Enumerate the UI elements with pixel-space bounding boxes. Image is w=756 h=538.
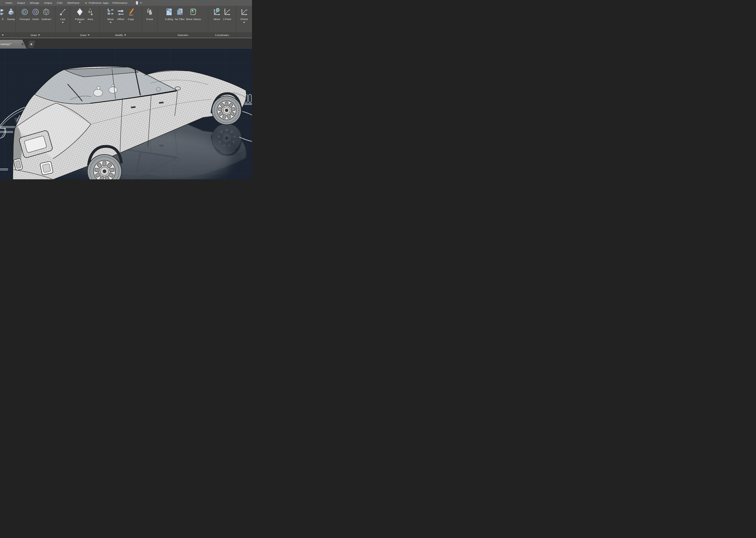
- menu-item-performance[interactable]: Performance: [110, 1, 130, 4]
- panel-label-draw-1[interactable]: Draw: [16, 32, 55, 38]
- polygon-button[interactable]: Polygon: [75, 8, 84, 23]
- panel-label-text: Coordinates: [215, 34, 229, 36]
- ucs-move-button-label: Move: [214, 18, 220, 21]
- panel-label-modify[interactable]: Modify: [100, 32, 142, 38]
- chevron-down-icon: [87, 34, 90, 36]
- ribbon-panel-coordinates: Move 3 Point Coordinates: [208, 6, 236, 38]
- union-button-label: Union: [32, 18, 39, 21]
- ribbon-panel-draw-shapes: Polygon Area Draw: [71, 6, 100, 38]
- offset-button[interactable]: Offset: [117, 8, 125, 21]
- chevron-down-icon[interactable]: [79, 22, 81, 23]
- move-gizmo-button-label: Move Glamo: [186, 18, 201, 21]
- model-viewport[interactable]: [0, 48, 252, 179]
- ribbon-panel-2point: 2Point: [236, 6, 252, 38]
- presspull-button-label: Presspul: [20, 18, 30, 21]
- ribbon-panel-line: Line: [56, 6, 71, 38]
- presspull-icon: [21, 8, 29, 16]
- panel-label-selection[interactable]: Selection: [158, 32, 208, 38]
- area-button[interactable]: Area: [86, 8, 95, 21]
- menu-bar: Insert Output M/inage Output CSD Wirefra…: [0, 0, 252, 6]
- loft-button[interactable]: ft: [0, 8, 5, 21]
- culling-button[interactable]: Culling: [165, 8, 173, 21]
- offset-button-label: Offset: [117, 18, 124, 21]
- taillight-right: [40, 161, 53, 175]
- wireframe-car-model: [0, 49, 252, 179]
- move-gizmo-button[interactable]: Move Glamo: [186, 8, 201, 21]
- menu-item-proference-apps[interactable]: Proference: Apps: [82, 1, 110, 4]
- tab-drawing1[interactable]: rawing1*: [0, 40, 26, 49]
- move-button[interactable]: Move: [106, 8, 115, 23]
- ucs-2point-button[interactable]: 2Point: [240, 8, 249, 23]
- ribbon-panel-draw-booleans: Presspul Union Subtrac: [16, 6, 56, 38]
- move-gizmo-icon: [189, 8, 197, 16]
- ucs-3point-button-label: 3 Point: [223, 18, 231, 21]
- loft-icon: [0, 8, 5, 16]
- line-button[interactable]: Line: [59, 8, 67, 23]
- menu-item-output[interactable]: Output: [15, 1, 27, 4]
- subtract-button-label: Subtract: [41, 18, 51, 21]
- move-button-label: Move: [107, 18, 114, 21]
- erase-icon: [146, 8, 154, 16]
- loft-button-label: ft: [2, 18, 3, 21]
- ucs-2point-icon: [240, 8, 248, 16]
- chevron-down-icon: [140, 2, 142, 4]
- subtract-button[interactable]: Subtract: [41, 8, 51, 21]
- culling-icon: [165, 8, 173, 16]
- ribbon-panel-modeling: ft Sweep: [0, 6, 16, 38]
- panel-label-text: Draw: [80, 34, 86, 36]
- panel-label-line: [56, 32, 70, 38]
- new-tab-button[interactable]: +: [28, 41, 35, 48]
- cad-application-window: Insert Output M/inage Output CSD Wirefra…: [0, 0, 252, 179]
- copy-button[interactable]: Copy: [126, 8, 135, 21]
- ribbon-panel-erase: Erase: [142, 6, 158, 38]
- plus-icon: +: [30, 42, 32, 47]
- panel-label-text: Draw: [31, 34, 37, 36]
- file-tab-bar: rawing1* +: [0, 38, 252, 49]
- chevron-down-icon[interactable]: [243, 22, 245, 23]
- menu-item-csd[interactable]: CSD: [54, 1, 65, 4]
- chevron-down-icon[interactable]: [110, 22, 112, 23]
- chevron-down-icon[interactable]: [62, 22, 64, 23]
- panel-label-draw-2[interactable]: Draw: [71, 32, 99, 38]
- front-wheel: [212, 96, 241, 125]
- panel-label-modeling[interactable]: [0, 32, 15, 38]
- union-icon: [31, 8, 39, 16]
- menu-item-minage[interactable]: M/inage: [27, 1, 42, 4]
- menu-item-proference-apps-label: Proference: Apps: [89, 1, 109, 4]
- line-icon: [59, 8, 67, 16]
- share-cloud-button[interactable]: [135, 1, 142, 5]
- no-filter-icon: [176, 8, 184, 16]
- erase-button[interactable]: Erase: [145, 8, 154, 21]
- menu-item-output-2[interactable]: Output: [42, 1, 54, 4]
- chevron-down-icon: [38, 34, 40, 36]
- ucs-move-button[interactable]: Move: [213, 8, 221, 21]
- copy-icon: [127, 8, 135, 16]
- menu-item-wireframe[interactable]: Wireframe: [65, 1, 82, 4]
- copy-button-label: Copy: [128, 18, 134, 21]
- sweep-button[interactable]: Sweep: [7, 8, 16, 21]
- no-filter-button[interactable]: No Tilter: [175, 8, 185, 21]
- panel-label-coordinates[interactable]: Coordinates: [208, 32, 236, 38]
- union-button[interactable]: Union: [31, 8, 40, 21]
- sweep-icon: [7, 8, 15, 16]
- sweep-button-label: Sweep: [7, 18, 15, 21]
- ucs-move-icon: [213, 8, 221, 16]
- area-button-label: Area: [87, 18, 93, 21]
- culling-button-label: Culling: [165, 18, 173, 21]
- ucs-3point-icon: [223, 8, 231, 16]
- ribbon-panel-selection: Culling No Tilter: [158, 6, 208, 38]
- line-button-label: Line: [60, 18, 65, 21]
- tab-drawing1-label: rawing1*: [0, 43, 11, 46]
- share-cloud-icon: [135, 1, 139, 5]
- panel-label-erase: [142, 32, 157, 38]
- ucs-3point-button[interactable]: 3 Point: [223, 8, 231, 21]
- polygon-icon: [76, 8, 84, 16]
- ribbon-toolbar: ft Sweep: [0, 6, 252, 38]
- panel-label-text: Selection: [177, 34, 188, 36]
- subtract-icon: [42, 8, 50, 16]
- polygon-button-label: Polygon: [75, 18, 84, 21]
- ucs-2point-button-label: 2Point: [240, 18, 248, 21]
- no-filter-button-label: No Tilter: [175, 18, 185, 21]
- presspull-button[interactable]: Presspul: [20, 8, 30, 21]
- menu-item-insert[interactable]: Insert: [3, 1, 15, 4]
